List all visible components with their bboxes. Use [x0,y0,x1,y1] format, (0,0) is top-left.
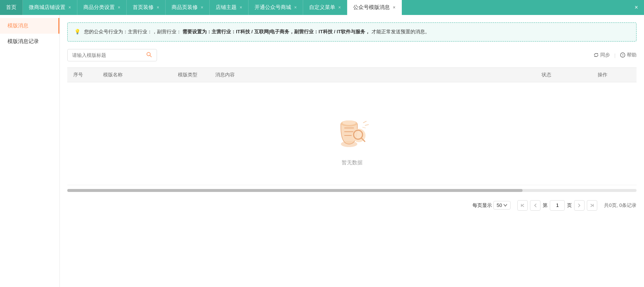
page-size-value: 50 [497,202,502,208]
last-page-button[interactable] [587,200,597,211]
nav-tab-open-mall-label: 开通公众号商城 [255,4,291,11]
top-navigation: 首页 微商城店铺设置 × 商品分类设置 × 首页装修 × 商品页装修 × 店铺主… [0,0,644,15]
svg-line-15 [363,127,366,128]
nav-tab-shop-theme-close[interactable]: × [240,5,242,10]
page-input[interactable] [550,200,565,211]
sidebar: 模版消息 模版消息记录 [0,15,60,287]
page-label: 第 [543,202,548,209]
notice-text-prefix: 您的公众号行业为：主营行业：，副营行业： [84,29,181,34]
page-unit: 页 [567,202,572,209]
svg-point-6 [342,120,356,125]
table-header-row: 序号 模版名称 模版类型 消息内容 状态 操作 [67,67,637,82]
table-col-type: 模版类型 [172,67,209,82]
nav-tab-shop-theme[interactable]: 店铺主题 × [210,0,249,15]
chevron-down-icon [503,204,507,207]
sidebar-item-template-msg-record[interactable]: 模版消息记录 [0,34,59,49]
search-button[interactable] [142,49,156,61]
svg-line-14 [365,125,369,125]
close-all-button[interactable]: × [629,4,644,11]
toolbar-divider: | [614,52,616,58]
table-col-content: 消息内容 [209,67,536,82]
empty-state: 暂无数据 [73,86,631,181]
empty-text: 暂无数据 [342,159,363,166]
nav-tab-homepage-decor[interactable]: 首页装修 × [127,0,166,15]
main-content: 💡 您的公众号行业为：主营行业：，副营行业： 需要设置为：主营行业：IT科技 /… [60,15,644,287]
toolbar-right: 同步 | ? 帮助 [594,52,637,58]
horizontal-scrollbar[interactable] [67,189,637,192]
notice-box: 💡 您的公众号行业为：主营行业：，副营行业： 需要设置为：主营行业：IT科技 /… [67,22,637,42]
nav-tab-home[interactable]: 首页 [0,0,23,15]
sidebar-item-template-msg-label: 模版消息 [7,22,28,28]
nav-tab-category-close[interactable]: × [118,5,120,10]
sidebar-item-template-msg-record-label: 模版消息记录 [7,38,39,44]
help-label: 帮助 [627,52,637,58]
nav-tab-shop-settings-label: 微商城店铺设置 [29,4,65,11]
help-button[interactable]: ? 帮助 [620,52,637,58]
svg-line-13 [363,121,366,123]
next-page-icon [578,204,581,207]
sidebar-item-template-msg[interactable]: 模版消息 [0,18,59,34]
nav-tab-shop-theme-label: 店铺主题 [216,4,237,11]
page-size-select: 每页显示 50 [472,201,511,210]
nav-tab-open-mall[interactable]: 开通公众号商城 × [249,0,303,15]
nav-tab-shop-settings-close[interactable]: × [68,5,71,10]
search-input-wrap [67,49,157,61]
empty-illustration [330,109,375,153]
table-col-action: 操作 [592,67,637,82]
main-wrapper: 模版消息 模版消息记录 💡 您的公众号行业为：主营行业：，副营行业： 需要设置为… [0,15,644,287]
prev-page-button[interactable] [530,200,540,211]
sync-icon [594,52,599,58]
next-page-button[interactable] [574,200,585,211]
nav-tab-custom-menu[interactable]: 自定义菜单 × [303,0,347,15]
nav-tab-template-msg-label: 公众号模版消息 [353,4,390,11]
last-page-icon [590,204,594,207]
svg-text:?: ? [622,54,624,57]
data-table: 序号 模版名称 模版类型 消息内容 状态 操作 [67,67,637,185]
prev-page-icon [534,204,537,207]
nav-tab-home-label: 首页 [6,4,16,11]
first-page-icon [521,204,524,207]
search-input[interactable] [68,50,142,60]
table-col-name: 模版名称 [97,67,172,82]
notice-text-suffix: 才能正常发送预置的消息。 [372,29,430,34]
nav-tab-custom-menu-close[interactable]: × [338,5,341,10]
svg-line-1 [150,55,151,57]
empty-state-row: 暂无数据 [67,82,637,185]
nav-tab-product-decor-close[interactable]: × [201,5,203,10]
sync-label: 同步 [600,52,610,58]
nav-tab-custom-menu-label: 自定义菜单 [309,4,335,11]
nav-tab-homepage-decor-close[interactable]: × [157,5,159,10]
light-icon: 💡 [74,29,80,34]
sync-button[interactable]: 同步 [594,52,610,58]
table-col-status: 状态 [536,67,592,82]
page-size-box[interactable]: 50 [493,201,511,210]
search-icon [146,52,152,58]
nav-tab-category-settings[interactable]: 商品分类设置 × [77,0,127,15]
nav-tab-shop-settings[interactable]: 微商城店铺设置 × [23,0,77,15]
scrollbar-thumb [67,189,523,192]
table-col-index: 序号 [67,67,97,82]
notice-text-highlight: 需要设置为：主营行业：IT科技 / 互联网|电子商务，副营行业：IT科技 / I… [182,29,370,34]
nav-tab-template-msg-close[interactable]: × [393,5,395,10]
nav-tab-template-msg[interactable]: 公众号模版消息 × [347,0,402,15]
page-size-label: 每页显示 [472,202,492,209]
nav-tab-homepage-decor-label: 首页装修 [133,4,154,11]
search-bar: 同步 | ? 帮助 [67,49,637,61]
pagination: 每页显示 50 第 页 [67,196,637,215]
nav-tab-category-settings-label: 商品分类设置 [83,4,115,11]
first-page-button[interactable] [517,200,528,211]
help-icon: ? [620,52,625,58]
total-info: 共0页, 0条记录 [604,202,637,209]
nav-tab-product-decor[interactable]: 商品页装修 × [166,0,210,15]
nav-tab-open-mall-close[interactable]: × [294,5,297,10]
nav-tab-product-decor-label: 商品页装修 [172,4,198,11]
